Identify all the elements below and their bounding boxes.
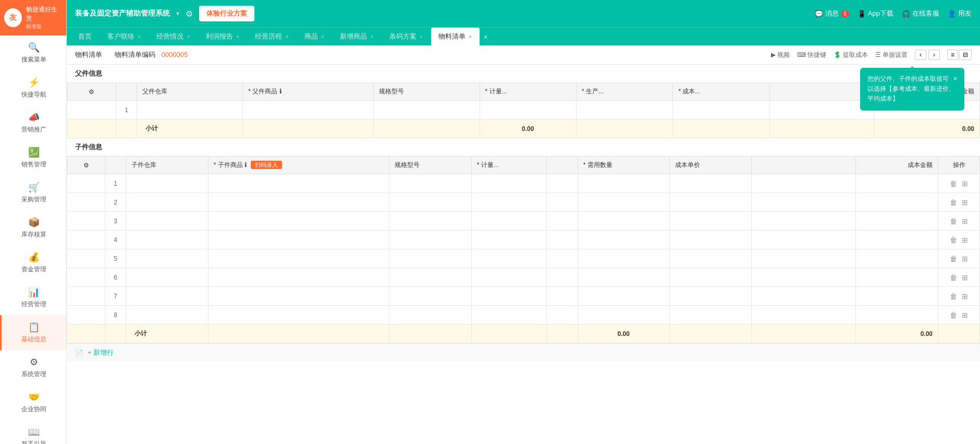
child-row7-cost-amount[interactable] [856, 287, 938, 306]
parent-row1-produce[interactable] [576, 101, 672, 119]
child-row6-unit-cost[interactable] [669, 268, 752, 287]
child-row8-warehouse[interactable] [126, 306, 209, 325]
copy-icon[interactable]: ⊞ [962, 311, 968, 319]
child-row2-cost-amount[interactable] [856, 193, 938, 212]
child-row8-spec[interactable] [389, 306, 472, 325]
child-row4-unit[interactable] [471, 231, 546, 249]
sidebar-item-搜索菜单[interactable]: 🔍搜索菜单 [0, 35, 66, 70]
parent-row1-spec[interactable] [374, 101, 480, 119]
online-service-btn[interactable]: 🎧 在线客服 [902, 9, 939, 18]
sidebar-item-经营管理[interactable]: 📊经营管理 [0, 280, 66, 315]
child-row3-cost-amount[interactable] [856, 212, 938, 231]
child-row5-unit[interactable] [471, 249, 546, 268]
child-row6-qty[interactable] [578, 268, 669, 287]
child-row2-unit[interactable] [471, 193, 546, 212]
next-arrow[interactable]: › [928, 50, 940, 60]
tab-新增商品[interactable]: 新增商品× [333, 28, 381, 45]
child-row3-spec[interactable] [389, 212, 472, 231]
shortcut-btn[interactable]: ⌨ 快捷键 [797, 51, 826, 59]
child-row7-spec[interactable] [389, 287, 472, 306]
message-btn[interactable]: 💬 消息 6 [815, 9, 849, 18]
child-row3-warehouse[interactable] [126, 212, 209, 231]
child-row3-qty[interactable] [578, 212, 669, 231]
sidebar-item-采购管理[interactable]: 🛒采购管理 [0, 175, 66, 210]
child-row1-spec[interactable] [389, 174, 472, 193]
delete-icon[interactable]: 🗑 [950, 179, 957, 188]
child-row2-warehouse[interactable] [126, 193, 209, 212]
app-download-btn[interactable]: 📱 App下载 [858, 9, 893, 18]
child-row5-warehouse[interactable] [126, 249, 209, 268]
child-row8-unit[interactable] [471, 306, 546, 325]
tab-close-icon[interactable]: × [285, 33, 288, 40]
child-row2-unit-cost[interactable] [669, 193, 752, 212]
child-row3-unit-cost[interactable] [669, 212, 752, 231]
copy-icon[interactable]: ⊞ [962, 236, 968, 244]
tab-物料清单[interactable]: 物料清单× [431, 28, 479, 45]
content-scroll[interactable]: 父件信息 ⚙ 父件仓库 * 父件商品 ℹ 规格型号 * 计量... * 生产..… [67, 65, 980, 444]
child-row1-unit[interactable] [471, 174, 546, 193]
copy-icon[interactable]: ⊞ [962, 179, 968, 188]
trial-button[interactable]: 体验行业方案 [199, 6, 254, 21]
tab-close-icon[interactable]: × [187, 33, 190, 40]
copy-icon[interactable]: ⊞ [962, 255, 968, 263]
sidebar-item-基础信息[interactable]: 📋基础信息 [0, 315, 66, 350]
child-row3-goods[interactable] [208, 212, 389, 231]
tab-close-icon[interactable]: × [420, 33, 423, 40]
sidebar-item-新手引导[interactable]: 📖新手引导 [0, 420, 66, 444]
tab-条码方案[interactable]: 条码方案× [382, 28, 430, 45]
tab-经营历程[interactable]: 经营历程× [248, 28, 296, 45]
sidebar-item-系统管理[interactable]: ⚙系统管理 [0, 350, 66, 385]
child-row6-cost-amount[interactable] [856, 268, 938, 287]
delete-icon[interactable]: 🗑 [950, 292, 957, 301]
tooltip-close-btn[interactable]: × [953, 74, 957, 84]
child-row7-unit-cost[interactable] [669, 287, 752, 306]
gear-icon[interactable]: ⚙ [186, 9, 193, 19]
tab-经营情况[interactable]: 经营情况× [149, 28, 197, 45]
child-col-settings[interactable]: ⚙ [67, 157, 105, 174]
child-row1-warehouse[interactable] [126, 174, 209, 193]
delete-icon[interactable]: 🗑 [950, 311, 957, 319]
tab-close-icon[interactable]: × [236, 33, 239, 40]
close-all-tabs-btn[interactable]: × [481, 29, 491, 45]
child-row7-goods[interactable] [208, 287, 389, 306]
child-row6-unit[interactable] [471, 268, 546, 287]
delete-icon[interactable]: 🗑 [950, 217, 957, 225]
child-row8-cost-amount[interactable] [856, 306, 938, 325]
dropdown-arrow-icon[interactable]: ▾ [176, 10, 179, 17]
child-row2-spec[interactable] [389, 193, 472, 212]
child-row2-qty[interactable] [578, 193, 669, 212]
child-row2-goods[interactable] [208, 193, 389, 212]
child-row1-qty[interactable] [578, 174, 669, 193]
add-row-btn[interactable]: + 新增行 [88, 348, 114, 357]
child-row6-spec[interactable] [389, 268, 472, 287]
child-row5-unit-cost[interactable] [669, 249, 752, 268]
child-row6-warehouse[interactable] [126, 268, 209, 287]
child-row1-unit-cost[interactable] [669, 174, 752, 193]
delete-icon[interactable]: 🗑 [950, 273, 957, 282]
copy-icon[interactable]: ⊞ [962, 217, 968, 225]
child-row5-spec[interactable] [389, 249, 472, 268]
parent-row1-unit[interactable] [480, 101, 576, 119]
tab-首页[interactable]: 首页 [71, 28, 99, 45]
extract-cost-btn[interactable]: 💲 提取成本 [834, 51, 868, 59]
delete-icon[interactable]: 🗑 [950, 236, 957, 244]
child-row3-unit[interactable] [471, 212, 546, 231]
delete-icon[interactable]: 🗑 [950, 198, 957, 207]
child-row4-unit-cost[interactable] [669, 231, 752, 249]
sidebar-item-资金管理[interactable]: 💰资金管理 [0, 245, 66, 280]
grid-view-btn[interactable]: ≡ [947, 50, 958, 60]
tab-商品[interactable]: 商品× [297, 28, 332, 45]
parent-row1-cost[interactable] [673, 101, 769, 119]
child-row5-qty[interactable] [578, 249, 669, 268]
list-view-btn[interactable]: ⊟ [959, 50, 972, 60]
tab-利润报告[interactable]: 利润报告× [199, 28, 247, 45]
child-row4-qty[interactable] [578, 231, 669, 249]
child-row7-qty[interactable] [578, 287, 669, 306]
prev-arrow[interactable]: ‹ [915, 50, 926, 60]
single-settings-btn[interactable]: ☰ 单据设置 [875, 51, 908, 59]
tab-close-icon[interactable]: × [138, 33, 141, 40]
child-row8-unit-cost[interactable] [669, 306, 752, 325]
child-row7-unit[interactable] [471, 287, 546, 306]
sidebar-item-快捷导航[interactable]: ⚡快捷导航 [0, 70, 66, 105]
tab-close-icon[interactable]: × [469, 33, 472, 40]
